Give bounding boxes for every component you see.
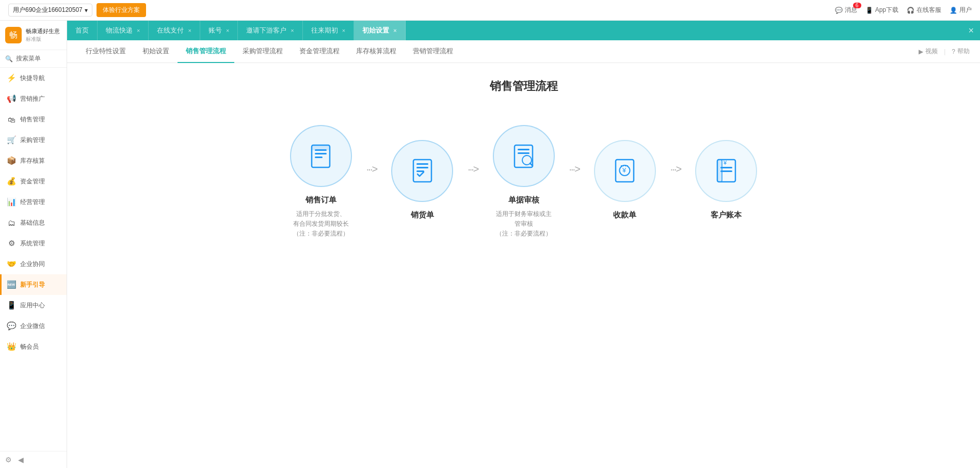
tab-home[interactable]: 首页 [67,21,98,40]
logo-icon: 畅 [5,27,22,43]
divider: | [944,48,945,55]
sidebar-item-label: 新手引导 [20,280,45,289]
sidebar-item-marketing[interactable]: 📢 营销推广 [0,88,67,109]
sidebar-item-label: 应用中心 [20,301,45,310]
sidebar-item-guide[interactable]: 🆕 新手引导 [0,274,67,295]
user-display-name: 用户 [959,6,972,14]
order-icon [307,142,335,170]
tab-period-init-close[interactable]: × [342,27,345,34]
sidebar-item-basic-info[interactable]: 🗂 基础信息 [0,212,67,233]
tab-logistics[interactable]: 物流快递 × [98,21,149,40]
flow-label-sales-invoice: 销货单 [411,210,434,220]
headset-icon: 🎧 [907,7,914,14]
user-avatar-item[interactable]: 👤 用户 [950,6,972,14]
help-btn[interactable]: ? 帮助 [952,47,970,56]
video-label: 视频 [925,47,938,56]
sub-tab-initial-label: 初始设置 [142,47,169,55]
message-item[interactable]: 💬 消息 6 [835,6,857,14]
close-all-tabs-btn[interactable]: × [962,25,980,36]
invoice-icon [408,157,437,185]
svg-text:¥: ¥ [723,160,727,166]
tab-initial-setup-close[interactable]: × [393,27,396,34]
receipt-icon: ¥ [611,157,639,185]
sidebar-item-purchase[interactable]: 🛒 采购管理 [0,130,67,150]
tab-payment[interactable]: 在线支付 × [149,21,200,40]
sub-tab-initial[interactable]: 初始设置 [134,40,178,63]
sidebar-item-finance[interactable]: 💰 资金管理 [0,171,67,192]
experience-btn[interactable]: 体验行业方案 [97,3,146,17]
audit-icon [509,142,538,170]
flow-circle-customer-ledger: ¥ [695,140,757,202]
svg-rect-20 [720,170,732,172]
sidebar-item-vip[interactable]: 👑 畅会员 [0,336,67,357]
tab-account-close[interactable]: × [226,27,229,34]
flow-item-sales-order: 销售订单 适用于分批发货、有合同发货周期较长（注：非必要流程） [280,125,362,239]
flow-desc-doc-audit: 适用于财务审核或主管审核（注：非必要流程） [496,209,552,239]
sub-tab-industry[interactable]: 行业特性设置 [77,40,134,63]
top-bar: 用户690企业1660120507 ▾ 体验行业方案 💬 消息 6 📱 App下… [0,0,980,21]
tab-account[interactable]: 账号 × [200,21,238,40]
sidebar-item-system[interactable]: ⚙ 系统管理 [0,233,67,254]
tab-period-init-label: 往来期初 [311,26,338,35]
tab-logistics-close[interactable]: × [137,27,140,34]
tab-invite-close[interactable]: × [291,27,294,34]
main-content: 首页 物流快递 × 在线支付 × 账号 × 邀请下游客户 × 往来期初 × [67,21,980,468]
online-service-item[interactable]: 🎧 在线客服 [907,6,941,14]
flow-diagram: 销售订单 适用于分批发货、有合同发货周期较长（注：非必要流程） ···> [88,125,959,239]
logo-title: 畅康通好生意 [26,27,60,35]
svg-rect-7 [416,167,428,168]
sidebar-item-inventory[interactable]: 📦 库存核算 [0,150,67,171]
content-area: 行业特性设置 初始设置 销售管理流程 采购管理流程 资金管理流程 库存核算流程 [67,40,980,468]
collapse-btn[interactable]: ◀ [18,456,24,464]
logo-version: 标准版 [26,36,60,43]
layout: 畅 畅康通好生意 标准版 🔍 搜索菜单 ⚡ 快捷导航 📢 营销推广 🛍 销售管理 [0,21,980,468]
flow-circle-receipt: ¥ [594,140,656,202]
sidebar: 畅 畅康通好生意 标准版 🔍 搜索菜单 ⚡ 快捷导航 📢 营销推广 🛍 销售管理 [0,21,67,468]
sidebar-item-sales[interactable]: 🛍 销售管理 [0,109,67,130]
tab-invite-label: 邀请下游客户 [246,26,286,35]
tab-initial-setup[interactable]: 初始设置 × [354,21,405,40]
flow-label-doc-audit: 单据审核 [508,195,539,205]
flow-desc-sales-order: 适用于分批发货、有合同发货周期较长（注：非必要流程） [293,209,349,239]
svg-rect-19 [720,167,732,168]
sidebar-item-wechat[interactable]: 💬 企业微信 [0,316,67,336]
sales-icon: 🛍 [7,115,16,124]
tab-payment-close[interactable]: × [188,27,191,34]
sidebar-item-label: 企业微信 [20,322,45,331]
sidebar-search[interactable]: 🔍 搜索菜单 [0,50,67,68]
message-icon: 💬 [835,7,843,14]
finance-icon: 💰 [7,177,16,186]
app-download-label: App下载 [875,6,898,14]
sub-tab-inventory-flow[interactable]: 库存核算流程 [348,40,405,63]
wechat-icon: 💬 [7,321,16,331]
flow-label-receipt: 收款单 [613,210,636,220]
svg-rect-3 [315,157,323,158]
sub-tab-marketing-flow[interactable]: 营销管理流程 [405,40,461,63]
sidebar-item-enterprise[interactable]: 🤝 企业协同 [0,254,67,274]
flow-item-receipt: ¥ 收款单 [584,140,666,224]
sidebar-item-operations[interactable]: 📊 经营管理 [0,192,67,212]
flow-circle-doc-audit [493,125,555,187]
help-icon: ? [952,48,955,55]
marketing-icon: 📢 [7,94,16,103]
sub-tabs: 行业特性设置 初始设置 销售管理流程 采购管理流程 资金管理流程 库存核算流程 [67,40,980,63]
app-download-item[interactable]: 📱 App下载 [865,6,898,14]
tab-payment-label: 在线支付 [157,26,184,35]
sub-tab-sales-flow[interactable]: 销售管理流程 [178,40,234,63]
nav-tabs-bar: 首页 物流快递 × 在线支付 × 账号 × 邀请下游客户 × 往来期初 × [67,21,980,40]
tab-period-init[interactable]: 往来期初 × [303,21,354,40]
settings-btn[interactable]: ⚙ [5,456,12,464]
app-center-icon: 📱 [7,301,16,310]
sub-tab-purchase-flow[interactable]: 采购管理流程 [234,40,291,63]
tab-invite[interactable]: 邀请下游客户 × [238,21,302,40]
sidebar-item-label: 企业协同 [20,260,45,269]
sidebar-item-quick-nav[interactable]: ⚡ 快捷导航 [0,68,67,88]
user-selector[interactable]: 用户690企业1660120507 ▾ [8,4,92,17]
sidebar-item-app-center[interactable]: 📱 应用中心 [0,295,67,316]
flow-circle-sales-invoice [391,140,453,202]
message-badge: 6 [853,3,861,8]
video-btn[interactable]: ▶ 视频 [919,47,938,56]
sub-tab-sales-flow-label: 销售管理流程 [186,47,226,55]
purchase-icon: 🛒 [7,135,16,145]
sub-tab-finance-flow[interactable]: 资金管理流程 [291,40,348,63]
